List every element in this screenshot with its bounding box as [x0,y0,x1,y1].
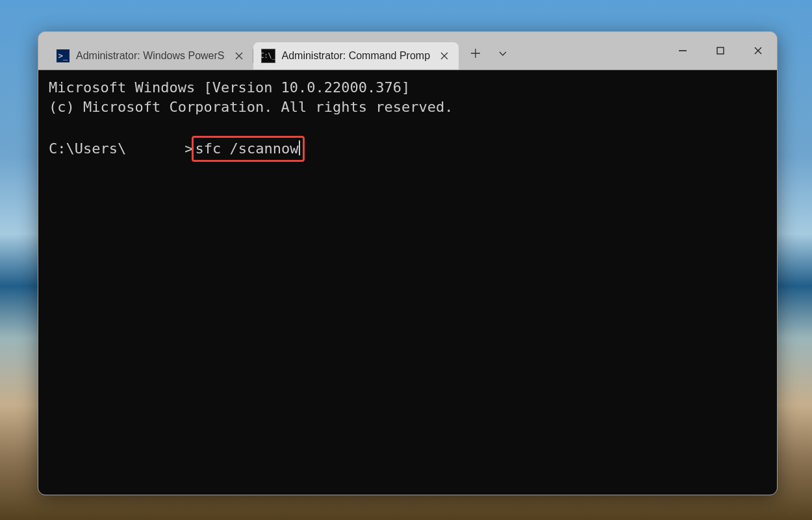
typed-command: sfc /scannow [195,140,298,157]
maximize-button[interactable] [702,32,739,70]
prompt-path-prefix: C:\Users\ [49,140,126,157]
powershell-icon: >_ [57,49,70,62]
tab-label: Administrator: Command Promp [282,50,431,62]
text-cursor [299,140,300,155]
command-prompt-icon: C:\_ [261,49,275,63]
close-icon [235,52,243,60]
tab-powershell[interactable]: >_ Administrator: Windows PowerS [49,42,253,70]
window-controls [664,32,777,70]
new-tab-button[interactable] [463,42,488,64]
title-bar: >_ Administrator: Windows PowerS C:\_ Ad… [38,32,777,70]
tab-strip: >_ Administrator: Windows PowerS C:\_ Ad… [38,32,664,70]
tab-label: Administrator: Windows PowerS [76,50,225,62]
close-icon [754,46,763,55]
close-tab-button[interactable] [231,48,247,64]
redacted-username [126,140,184,156]
close-tab-button[interactable] [437,48,452,64]
svg-rect-0 [717,47,724,54]
minimize-button[interactable] [664,32,702,70]
command-highlight: sfc /scannow [192,136,305,162]
terminal-output[interactable]: Microsoft Windows [Version 10.0.22000.37… [38,70,777,495]
version-line: Microsoft Windows [Version 10.0.22000.37… [49,79,410,96]
terminal-window: >_ Administrator: Windows PowerS C:\_ Ad… [38,31,778,495]
maximize-icon [716,46,725,55]
plus-icon [470,48,481,58]
chevron-down-icon [498,48,508,58]
close-icon [440,52,448,60]
copyright-line: (c) Microsoft Corporation. All rights re… [49,99,453,115]
close-window-button[interactable] [739,32,777,70]
minimize-icon [678,46,687,55]
tab-dropdown-button[interactable] [490,42,516,64]
tab-command-prompt[interactable]: C:\_ Administrator: Command Promp [253,42,459,70]
